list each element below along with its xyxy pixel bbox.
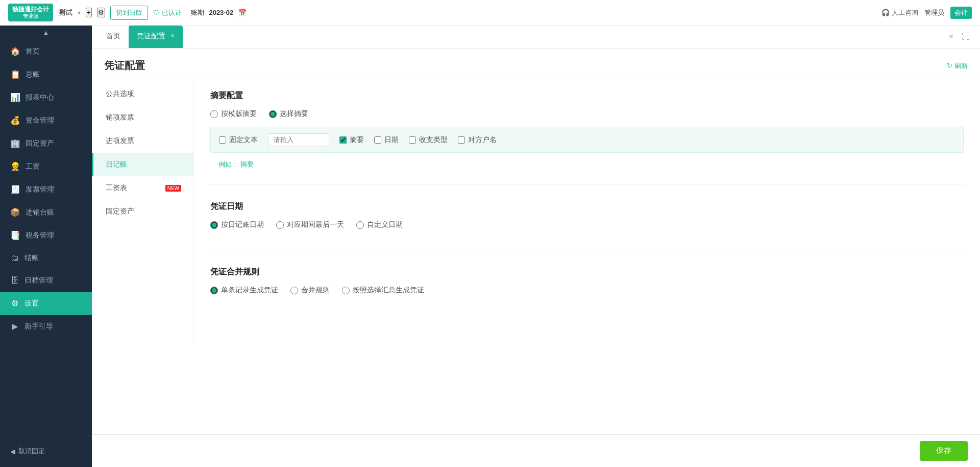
tab-close-icon[interactable]: × (170, 32, 175, 40)
settings-nav-icon: ⚙ (10, 298, 19, 308)
nav-item-purchase-invoice[interactable]: 进项发票 (92, 129, 193, 153)
summary-radio-group: 按模版摘要 选择摘要 (210, 109, 964, 119)
sidebar: ▲ 🏠 首页 📋 总账 📊 报表中心 💰 资金管理 🏢 固定资产 👷 工资 🧾 (0, 26, 92, 467)
sidebar-label: 设置 (24, 299, 39, 308)
page-content: 凭证配置 ↻ 刷新 公共选项 销项发票 (92, 49, 980, 434)
sidebar-label: 发票管理 (26, 185, 54, 194)
consult-button[interactable]: 🎧 人工咨询 (881, 8, 918, 17)
shield-icon: 🛡 (153, 9, 160, 16)
sidebar-bottom: ◀ 取消固定 (0, 435, 92, 467)
nav-item-payroll-table[interactable]: 工资表 NEW (92, 176, 193, 200)
sidebar-item-guide[interactable]: ▶ 新手引导 (0, 315, 92, 338)
sidebar-scroll-up[interactable]: ▲ (0, 26, 92, 40)
radio-select-input[interactable] (269, 110, 277, 118)
radio-custom-date-input[interactable] (356, 221, 364, 229)
nav-item-sales-invoice[interactable]: 销项发票 (92, 106, 193, 129)
window-close-icon[interactable]: × (945, 30, 958, 43)
checkbox-fixed-text[interactable]: 固定文本 (219, 135, 258, 145)
company-chevron-icon[interactable]: ▾ (78, 9, 81, 16)
assets-icon: 🏢 (10, 138, 20, 148)
closing-icon: 🗂 (10, 253, 19, 263)
voucher-date-radio-group: 按日记账日期 对应期间最后一天 自定义日期 (210, 220, 964, 229)
topbar: 畅捷通好会计 专业版 测试 ▾ + ⚙ 切到旧版 🛡 已认证 账期 2023-0… (0, 0, 980, 26)
sidebar-item-reports[interactable]: 📊 报表中心 (0, 86, 92, 109)
save-button[interactable]: 保存 (920, 441, 968, 461)
checkbox-summary[interactable]: 摘要 (339, 135, 364, 145)
sidebar-label: 税务管理 (26, 231, 54, 240)
radio-period-last[interactable]: 对应期间最后一天 (276, 220, 344, 229)
sidebar-label: 资金管理 (26, 116, 54, 125)
nav-item-fixed-assets[interactable]: 固定资产 (92, 200, 193, 223)
cancel-fixed-button[interactable]: ◀ 取消固定 (0, 441, 92, 461)
radio-journal-date[interactable]: 按日记账日期 (210, 220, 264, 229)
company-name: 测试 (58, 8, 72, 17)
certified-badge: 🛡 已认证 (153, 8, 182, 17)
sidebar-label: 结账 (24, 253, 39, 263)
nav-item-public[interactable]: 公共选项 (92, 82, 193, 106)
sidebar-item-ledger[interactable]: 📋 总账 (0, 63, 92, 86)
radio-template-summary[interactable]: 按模版摘要 (210, 109, 257, 119)
sidebar-item-closing[interactable]: 🗂 结账 (0, 247, 92, 269)
settings-button[interactable]: ⚙ (97, 8, 105, 17)
tab-voucher-config[interactable]: 凭证配置 × (129, 26, 183, 48)
funds-icon: 💰 (10, 115, 20, 125)
counterpart-checkbox[interactable] (458, 136, 465, 144)
sidebar-label: 首页 (26, 47, 40, 56)
voucher-date-title: 凭证日期 (210, 201, 964, 212)
summary-title: 摘要配置 (210, 90, 964, 101)
fixed-text-checkbox[interactable] (219, 136, 226, 144)
radio-by-selection-input[interactable] (342, 287, 350, 294)
summary-checkbox[interactable] (339, 136, 347, 144)
sidebar-item-purchase-sale[interactable]: 📦 进销台账 (0, 201, 92, 224)
sidebar-item-settings[interactable]: ⚙ 设置 (0, 292, 92, 315)
sidebar-item-home[interactable]: 🏠 首页 (0, 40, 92, 63)
radio-single-input[interactable] (210, 287, 218, 294)
radio-merge-input[interactable] (290, 287, 298, 294)
radio-merge-rule[interactable]: 合并规则 (290, 286, 330, 295)
switch-old-version-button[interactable]: 切到旧版 (110, 6, 148, 20)
summary-checkbox-row: 固定文本 摘要 日期 (210, 127, 964, 153)
fixed-text-input[interactable] (268, 133, 329, 146)
checkbox-counterpart[interactable]: 对方户名 (458, 135, 497, 145)
sidebar-item-assets[interactable]: 🏢 固定资产 (0, 132, 92, 155)
radio-select-summary[interactable]: 选择摘要 (269, 109, 308, 119)
new-badge: NEW (165, 185, 181, 192)
sidebar-item-payroll[interactable]: 👷 工资 (0, 155, 92, 178)
example-text: 例如： 摘要 (210, 157, 964, 172)
radio-journal-date-input[interactable] (210, 221, 218, 229)
add-button[interactable]: + (86, 8, 92, 17)
radio-by-selection[interactable]: 按照选择汇总生成凭证 (342, 286, 424, 295)
income-type-checkbox[interactable] (409, 136, 416, 144)
radio-template-input[interactable] (210, 110, 218, 118)
period-label: 账期 2023-02 📅 (191, 8, 247, 17)
checkbox-income-type[interactable]: 收支类型 (409, 135, 448, 145)
payroll-icon: 👷 (10, 161, 20, 171)
radio-custom-date[interactable]: 自定义日期 (356, 220, 403, 229)
cancel-fixed-icon: ◀ (10, 448, 15, 455)
nav-item-journal[interactable]: 日记账 (92, 153, 193, 176)
cancel-fixed-label: 取消固定 (18, 447, 45, 456)
sidebar-item-invoice[interactable]: 🧾 发票管理 (0, 178, 92, 201)
summary-config-section: 摘要配置 按模版摘要 选择摘要 (210, 90, 964, 185)
purchase-sale-icon: 📦 (10, 207, 20, 217)
radio-single-record[interactable]: 单条记录生成凭证 (210, 286, 278, 295)
sidebar-label: 固定资产 (26, 139, 54, 148)
sidebar-item-tax[interactable]: 📑 税务管理 (0, 224, 92, 247)
date-checkbox[interactable] (374, 136, 381, 144)
voucher-date-section: 凭证日期 按日记账日期 对应期间最后一天 (210, 201, 964, 250)
page-title: 凭证配置 (104, 59, 145, 73)
tabbar: 首页 凭证配置 × × ⛶ (92, 26, 980, 49)
sidebar-label: 进销台账 (26, 208, 54, 217)
calendar-icon[interactable]: 📅 (238, 9, 247, 16)
refresh-button[interactable]: ↻ 刷新 (947, 61, 968, 71)
radio-period-last-input[interactable] (276, 221, 284, 229)
sidebar-item-funds[interactable]: 💰 资金管理 (0, 109, 92, 132)
merge-rules-title: 凭证合并规则 (210, 267, 964, 277)
sidebar-item-archive[interactable]: 🗄 归档管理 (0, 269, 92, 292)
ledger-icon: 📋 (10, 69, 20, 79)
checkbox-date[interactable]: 日期 (374, 135, 399, 145)
voucher-config-container: 凭证配置 ↻ 刷新 公共选项 销项发票 (92, 49, 980, 434)
sidebar-label: 报表中心 (26, 93, 54, 102)
window-expand-icon[interactable]: ⛶ (958, 30, 974, 43)
tab-home[interactable]: 首页 (98, 26, 129, 48)
